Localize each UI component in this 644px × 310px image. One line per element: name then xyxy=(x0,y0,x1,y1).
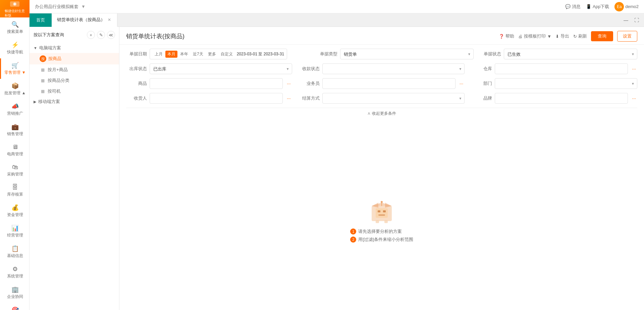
sidebar-item-inventory[interactable]: 🗄 库存核算 xyxy=(0,180,29,201)
scheme-icon3: ▦ xyxy=(40,89,46,94)
tree-parent-mobile[interactable]: ▶ 移动端方案 xyxy=(30,97,119,107)
sidebar-item-retail-label: 零售管理 ▼ xyxy=(2,70,28,75)
sidebar-item-basics[interactable]: 📋 基础信息 xyxy=(0,242,29,262)
dept-select-wrapper xyxy=(495,78,637,89)
receiver-input[interactable] xyxy=(150,93,283,104)
tab-maximize-btn[interactable]: ⛶ xyxy=(632,15,641,25)
doc-status-select[interactable]: 已生效 xyxy=(504,49,637,59)
sidebar-item-enterprise[interactable]: 🏢 企业协同 xyxy=(0,282,29,303)
receiver-dotdot-btn[interactable]: ··· xyxy=(285,96,292,101)
tree-child-by-category[interactable]: ▦ 按商品分类 xyxy=(30,75,119,86)
tree-parent-mobile-label: 移动端方案 xyxy=(38,99,60,105)
settings-button[interactable]: 设置 xyxy=(617,31,637,42)
dept-select[interactable] xyxy=(495,78,637,89)
sidebar-item-retail[interactable]: 🛒 零售管理 ▼ xyxy=(0,58,29,79)
filter-row-3: 商品 ··· 业务员 ··· 部门 xyxy=(126,78,637,89)
tab-report[interactable]: 销货单统计表（按商品） ✕ xyxy=(52,13,117,27)
receipt-status-select[interactable] xyxy=(322,63,465,74)
tree-child-by-category-label: 按商品分类 xyxy=(48,78,69,84)
messages-btn[interactable]: 💬 消息 xyxy=(565,4,581,10)
tab-close-btn[interactable]: ✕ xyxy=(107,17,112,23)
sidebar-item-operations[interactable]: 📊 经营管理 xyxy=(0,221,29,242)
doc-type-select[interactable]: 销货单 xyxy=(340,49,474,59)
sidebar-item-purchase[interactable]: 🛍 采购管理 xyxy=(0,160,29,180)
sidebar-item-nav[interactable]: ⚡ 快捷导航 xyxy=(0,38,29,58)
tree-child-by-product-label: 按商品 xyxy=(48,56,61,62)
brand-dotdot-btn[interactable]: ··· xyxy=(631,96,637,101)
salesperson-input[interactable] xyxy=(322,78,455,89)
empty-step-1: 1 请先选择要分析的方案 xyxy=(350,228,413,235)
edit-scheme-btn[interactable]: ✎ xyxy=(97,31,105,39)
sidebar-item-purchase-label: 采购管理 xyxy=(2,171,28,177)
date-tag-custom[interactable]: 自定义 xyxy=(219,51,235,58)
out-status-select[interactable]: 已出库 xyxy=(150,63,292,74)
salesperson-dotdot-btn[interactable]: ··· xyxy=(458,81,465,86)
left-panel-title: 按以下方案查询 xyxy=(34,32,64,38)
tree-child-by-product[interactable]: 按 按商品 xyxy=(30,53,119,64)
sidebar-item-marketing[interactable]: 📣 营销推广 xyxy=(0,99,29,120)
sidebar-item-operations-label: 经营管理 xyxy=(2,232,28,238)
help-icon: ❓ xyxy=(499,34,504,39)
filter-row-4: 收货人 ··· 结算方式 品牌 xyxy=(126,93,637,104)
date-tag-this-month[interactable]: 本月 xyxy=(165,51,177,58)
app-download-btn[interactable]: 📱 App下载 xyxy=(586,4,609,10)
date-tag-this-year[interactable]: 本年 xyxy=(178,51,190,58)
payment-select[interactable] xyxy=(322,93,465,104)
help-btn[interactable]: ❓ 帮助 xyxy=(499,33,514,39)
tree-parent-desktop[interactable]: ▼ 电脑端方案 xyxy=(30,43,119,53)
main-container: 办公用品行业模拟账套 ▼ 💬 消息 📱 App下载 Ea demo2 首页 销货… xyxy=(30,0,644,310)
tree-child-by-driver[interactable]: ▦ 按司机 xyxy=(30,86,119,97)
export-icon: ⬇ xyxy=(555,34,559,39)
print-btn[interactable]: 🖨 按模板打印 ▼ xyxy=(518,33,551,39)
date-tag-more[interactable]: 更多 xyxy=(206,51,218,58)
svg-rect-6 xyxy=(383,210,386,212)
sidebar-item-system[interactable]: ⚙ 系统管理 xyxy=(0,262,29,282)
sidebar-item-search[interactable]: 🔍 搜索菜单 xyxy=(0,17,29,38)
empty-illustration xyxy=(362,191,402,224)
refresh-btn[interactable]: ↻ 刷新 xyxy=(573,33,587,39)
warehouse-dotdot-btn[interactable]: ··· xyxy=(631,66,637,71)
export-btn[interactable]: ⬇ 导出 xyxy=(555,33,569,39)
sidebar-item-sales-label: 销售管理 xyxy=(2,131,28,137)
product-control: ··· xyxy=(150,78,292,89)
product-dotdot-btn[interactable]: ··· xyxy=(285,81,292,86)
sidebar-item-ecom[interactable]: 🖥 电商管理 xyxy=(0,140,29,160)
sidebar-item-newbie[interactable]: 🎯 新手引导 xyxy=(0,303,29,310)
sidebar-item-search-label: 搜索菜单 xyxy=(2,29,28,35)
salesperson-control: ··· xyxy=(322,78,465,89)
tab-home[interactable]: 首页 xyxy=(30,13,52,27)
sidebar-item-wholesale-label: 批发管理 ▲ xyxy=(2,90,28,96)
avatar: Ea xyxy=(614,2,624,11)
payment-select-wrapper xyxy=(322,93,465,104)
receipt-status-control xyxy=(322,63,465,74)
date-tag-7days[interactable]: 近7天 xyxy=(191,51,205,58)
sidebar-item-basics-label: 基础信息 xyxy=(2,253,28,259)
query-button[interactable]: 查询 xyxy=(591,31,613,41)
tab-minimize-btn[interactable]: — xyxy=(621,15,631,25)
dropdown-icon[interactable]: ▼ xyxy=(81,4,86,9)
empty-step-2: 2 用[过滤]条件来缩小分析范围 xyxy=(350,237,413,243)
refresh-icon: ↻ xyxy=(573,34,577,39)
warehouse-input[interactable] xyxy=(495,63,628,74)
sidebar-item-finance[interactable]: 💰 资金管理 xyxy=(0,201,29,221)
svg-point-2 xyxy=(14,3,15,5)
brand-input[interactable] xyxy=(495,93,628,104)
collapse-btn[interactable]: ∧ 收起更多条件 xyxy=(126,108,637,119)
tree-child-by-month-product[interactable]: ▦ 按月+商品 xyxy=(30,64,119,75)
add-scheme-btn[interactable]: + xyxy=(87,31,95,39)
doc-status-label: 单据状态 xyxy=(480,51,504,57)
sidebar-item-system-label: 系统管理 xyxy=(2,273,28,279)
svg-rect-4 xyxy=(376,208,388,218)
date-tag-last-month[interactable]: 上月 xyxy=(153,51,165,58)
dept-label: 部门 xyxy=(471,81,495,87)
user-menu[interactable]: Ea demo2 xyxy=(614,2,639,11)
collapse-panel-btn[interactable]: ≪ xyxy=(107,31,115,39)
empty-steps: 1 请先选择要分析的方案 2 用[过滤]条件来缩小分析范围 xyxy=(350,228,413,243)
sidebar-item-sales[interactable]: 💼 销售管理 xyxy=(0,120,29,140)
right-content: 销货单统计表(按商品) ❓ 帮助 🖨 按模板打印 ▼ ⬇ 导出 xyxy=(119,27,644,310)
product-input[interactable] xyxy=(150,78,283,89)
sidebar-item-wholesale[interactable]: 📦 批发管理 ▲ xyxy=(0,79,29,99)
sidebar-item-finance-label: 资金管理 xyxy=(2,212,28,218)
header-left: 办公用品行业模拟账套 ▼ xyxy=(35,4,86,10)
page-content: 按以下方案查询 + ✎ ≪ ▼ 电脑端方案 按 按商品 ▦ 按月+ xyxy=(30,27,644,310)
